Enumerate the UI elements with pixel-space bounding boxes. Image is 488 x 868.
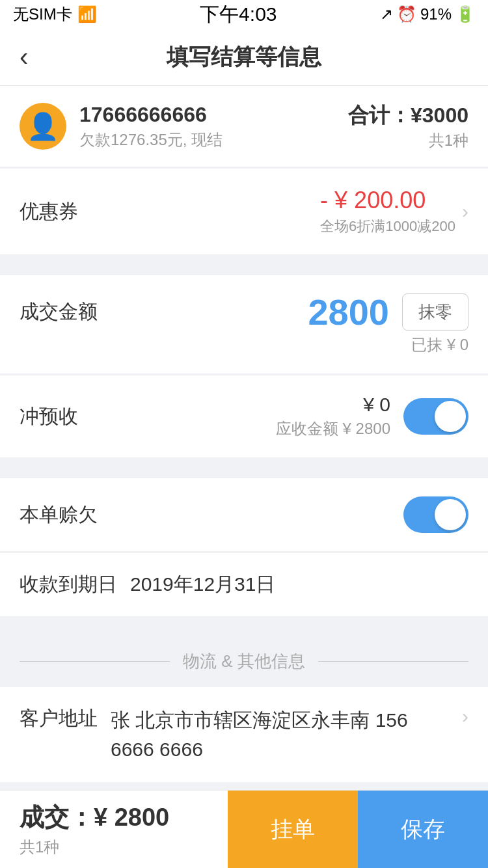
duedate-row: 收款到期日 2019年12月31日 bbox=[20, 571, 468, 598]
address-label: 客户地址 bbox=[20, 705, 98, 732]
customer-right: 合计：¥3000 共1种 bbox=[348, 102, 468, 151]
battery-text: 91% bbox=[420, 5, 452, 23]
coupon-info: - ¥ 200.00 全场6折满1000减200 bbox=[320, 187, 455, 236]
toggle-knob bbox=[435, 401, 466, 432]
deal-label: 成交金额 bbox=[20, 299, 98, 325]
duedate-section: 收款到期日 2019年12月31日 bbox=[0, 552, 488, 616]
bottom-deal-label: 成交： bbox=[20, 804, 94, 831]
section-divider-3 bbox=[0, 627, 488, 637]
wifi-icon: 📶 bbox=[77, 5, 97, 23]
coupon-discount: - ¥ 200.00 bbox=[320, 187, 455, 214]
avatar-icon: 👤 bbox=[27, 111, 59, 142]
logistics-label: 物流 & 其他信息 bbox=[183, 650, 305, 673]
hang-button[interactable]: 挂单 bbox=[228, 791, 358, 869]
duedate-label: 收款到期日 bbox=[20, 571, 117, 598]
bottom-count: 共1种 bbox=[20, 837, 208, 858]
debit-label: 本单赊欠 bbox=[20, 502, 98, 528]
alarm-icon: ⏰ bbox=[397, 5, 416, 23]
advance-section: 冲预收 ¥ 0 应收金额 ¥ 2800 bbox=[0, 375, 488, 457]
deal-sub: 已抹 ¥ 0 bbox=[20, 334, 468, 355]
save-button[interactable]: 保存 bbox=[358, 791, 488, 869]
logistics-divider: 物流 & 其他信息 bbox=[0, 637, 488, 686]
section-divider-1 bbox=[0, 265, 488, 275]
deal-section: 成交金额 2800 抹零 已抹 ¥ 0 bbox=[0, 275, 488, 373]
section-divider-2 bbox=[0, 468, 488, 478]
back-button[interactable]: ‹ bbox=[20, 42, 28, 72]
debit-section: 本单赊欠 bbox=[0, 478, 488, 551]
advance-label: 冲预收 bbox=[20, 403, 78, 430]
chevron-right-icon: › bbox=[462, 200, 468, 223]
advance-amount: ¥ 0 bbox=[276, 394, 390, 416]
coupon-section[interactable]: 优惠券 - ¥ 200.00 全场6折满1000减200 › bbox=[0, 168, 488, 254]
deal-amount-value: 2800 bbox=[308, 294, 389, 331]
duedate-value: 2019年12月31日 bbox=[130, 571, 275, 598]
coupon-label: 优惠券 bbox=[20, 198, 78, 225]
nav-bar: ‹ 填写结算等信息 bbox=[0, 29, 488, 86]
customer-sub: 欠款1276.35元, 现结 bbox=[79, 129, 223, 150]
deal-right: 2800 抹零 bbox=[308, 293, 468, 331]
page-title: 填写结算等信息 bbox=[167, 42, 321, 72]
address-value: 张 北京市市辖区海淀区永丰南 156 6666 6666 bbox=[111, 705, 455, 764]
coupon-right: - ¥ 200.00 全场6折满1000减200 › bbox=[320, 187, 468, 236]
debit-toggle-knob bbox=[435, 499, 466, 530]
coupon-desc: 全场6折满1000减200 bbox=[320, 217, 455, 236]
round-button[interactable]: 抹零 bbox=[402, 293, 468, 331]
bottom-bar: 成交：¥ 2800 共1种 挂单 保存 bbox=[0, 790, 488, 868]
divider-line-left bbox=[20, 661, 170, 662]
location-icon: ↗ bbox=[380, 5, 393, 23]
customer-left: 👤 17666666666 欠款1276.35元, 现结 bbox=[20, 103, 223, 150]
divider-line-right bbox=[318, 661, 468, 662]
customer-section: 👤 17666666666 欠款1276.35元, 现结 合计：¥3000 共1… bbox=[0, 86, 488, 167]
advance-right: ¥ 0 应收金额 ¥ 2800 bbox=[276, 394, 468, 439]
total-amount: 合计：¥3000 bbox=[348, 102, 468, 130]
advance-sub: 应收金额 ¥ 2800 bbox=[276, 418, 390, 439]
address-chevron-icon: › bbox=[462, 705, 468, 727]
time-display: 下午4:03 bbox=[200, 1, 277, 28]
status-bar: 无SIM卡 📶 下午4:03 ↗ ⏰ 91% 🔋 bbox=[0, 0, 488, 29]
advance-amount-block: ¥ 0 应收金额 ¥ 2800 bbox=[276, 394, 390, 439]
deal-row: 成交金额 2800 抹零 bbox=[20, 293, 468, 331]
bottom-deal: 成交：¥ 2800 bbox=[20, 801, 208, 834]
debit-toggle[interactable] bbox=[403, 496, 468, 533]
customer-phone: 17666666666 bbox=[79, 103, 223, 127]
battery-icon: 🔋 bbox=[455, 5, 475, 23]
status-left: 无SIM卡 📶 bbox=[13, 4, 97, 25]
advance-row: 冲预收 ¥ 0 应收金额 ¥ 2800 bbox=[20, 394, 468, 439]
status-right: ↗ ⏰ 91% 🔋 bbox=[380, 5, 475, 23]
advance-toggle[interactable] bbox=[403, 398, 468, 435]
total-count: 共1种 bbox=[348, 130, 468, 151]
bottom-deal-amount: ¥ 2800 bbox=[94, 804, 169, 831]
signal-text: 无SIM卡 bbox=[13, 4, 72, 25]
bottom-info: 成交：¥ 2800 共1种 bbox=[0, 801, 228, 858]
customer-info: 17666666666 欠款1276.35元, 现结 bbox=[79, 103, 223, 150]
address-section[interactable]: 客户地址 张 北京市市辖区海淀区永丰南 156 6666 6666 › bbox=[0, 687, 488, 782]
avatar: 👤 bbox=[20, 103, 66, 150]
